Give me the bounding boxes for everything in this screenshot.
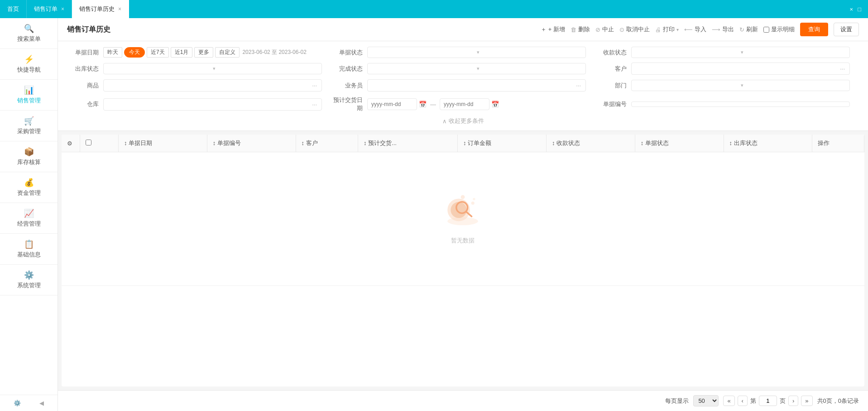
first-page-button[interactable]: « [723, 396, 734, 406]
delivery-date-from[interactable] [367, 98, 417, 110]
tab-home-label: 首页 [7, 5, 19, 13]
empty-row: 暂无数据 [62, 152, 864, 286]
tab-sales-order[interactable]: 销售订单 × [27, 0, 72, 18]
per-page-select[interactable]: 10 20 50 100 [693, 395, 719, 406]
th-customer: ↕ 客户 [296, 135, 358, 152]
calendar-to-icon[interactable]: 📅 [491, 101, 499, 108]
goods-input[interactable]: ··· [103, 79, 322, 92]
refresh-button[interactable]: ↻ 刷新 [739, 25, 758, 34]
payment-status-label: 收款状态 [595, 48, 631, 57]
export-button[interactable]: ⟶ 导出 [712, 25, 734, 34]
collapse-text: 收起更多条件 [449, 117, 484, 125]
display-detail-checkbox[interactable] [763, 27, 769, 33]
tab-sales-order-history-close[interactable]: × [118, 6, 121, 12]
order-number-input[interactable] [631, 102, 850, 107]
customer-input[interactable]: ··· [631, 63, 850, 75]
warehouse-more-icon[interactable]: ··· [312, 101, 317, 108]
sidebar-item-basic-info[interactable]: 📋 基础信息 [0, 234, 58, 265]
table-checkbox-th[interactable] [80, 135, 118, 152]
completion-status-select[interactable]: ▾ [367, 63, 586, 74]
payment-status-control: ▾ [631, 47, 850, 58]
goods-more-icon[interactable]: ··· [312, 82, 317, 89]
payment-status-arrow: ▾ [741, 49, 845, 55]
new-button[interactable]: ＋ + 新增 [541, 25, 565, 34]
sidebar-item-system[interactable]: ⚙️ 系统管理 [0, 265, 58, 295]
print-button[interactable]: 🖨 打印 ▾ [655, 25, 679, 34]
order-status-select[interactable]: ▾ [367, 47, 586, 58]
import-button[interactable]: ⟵ 导入 [684, 25, 706, 34]
sidebar-item-purchase[interactable]: 🛒 采购管理 [0, 111, 58, 141]
refresh-icon: ↻ [739, 26, 744, 33]
date-btn-7days[interactable]: 近7天 [147, 47, 169, 58]
date-btn-yesterday[interactable]: 昨天 [103, 47, 122, 58]
sidebar-item-operations[interactable]: 📈 经营管理 [0, 203, 58, 234]
settings-button[interactable]: 设置 [834, 23, 859, 36]
cancel-stop-button[interactable]: ⊙ 取消中止 [619, 25, 650, 34]
stop-button[interactable]: ⊘ 中止 [595, 25, 614, 34]
prev-page-button[interactable]: ‹ [738, 396, 748, 406]
delete-button[interactable]: 🗑 删除 [571, 25, 590, 34]
topbar-close-icon[interactable]: × [850, 6, 854, 13]
search-button[interactable]: 查询 [800, 23, 828, 36]
last-page-button[interactable]: » [801, 396, 812, 406]
delivery-date-control: 📅 — 📅 [367, 98, 586, 110]
sidebar-item-sales[interactable]: 📊 销售管理 [0, 80, 58, 111]
next-page-button[interactable]: › [788, 396, 798, 406]
new-icon: ＋ [541, 25, 547, 34]
sidebar-item-finance[interactable]: 💰 资金管理 [0, 172, 58, 203]
finance-icon: 💰 [24, 178, 34, 188]
svg-point-7 [473, 198, 475, 200]
pagination: « ‹ 第 页 › » [723, 396, 812, 406]
page-input[interactable] [759, 396, 777, 406]
warehouse-input[interactable]: ··· [103, 98, 322, 111]
customer-more-icon[interactable]: ··· [840, 65, 845, 72]
goods-control: ··· [103, 79, 322, 92]
per-page-label: 每页显示 [665, 397, 689, 405]
tab-sales-order-close[interactable]: × [61, 6, 64, 12]
main-layout: 🔍 搜索菜单 ⚡ 快捷导航 📊 销售管理 🛒 采购管理 📦 库存核算 💰 资金管… [0, 18, 868, 411]
date-btn-today[interactable]: 今天 [124, 47, 145, 58]
customer-label: 客户 [595, 65, 631, 73]
order-status-control: ▾ [367, 47, 586, 58]
th-delivery-date: ↕ 预计交货... [358, 135, 457, 152]
calendar-from-icon[interactable]: 📅 [419, 101, 427, 108]
payment-status-select[interactable]: ▾ [631, 47, 850, 58]
sidebar-bottom: ⚙️ ◀ [0, 395, 58, 411]
th-order-no: ↕ 单据编号 [207, 135, 296, 152]
sidebar-item-search-label: 搜索菜单 [17, 35, 41, 43]
sidebar-item-quicknav-label: 快捷导航 [17, 66, 41, 74]
th-date: ↕ 单据日期 [118, 135, 207, 152]
page-title: 销售订单历史 [67, 25, 541, 34]
footer: 每页显示 10 20 50 100 « ‹ 第 页 › » 共0页，0条记录 [58, 390, 868, 411]
delete-icon: 🗑 [571, 26, 576, 33]
date-btn-custom[interactable]: 自定义 [215, 47, 240, 58]
tab-home[interactable]: 首页 [0, 0, 27, 18]
sidebar-collapse-icon[interactable]: ◀ [39, 400, 44, 406]
sidebar-item-basic-info-label: 基础信息 [17, 251, 41, 259]
date-btn-1month[interactable]: 近1月 [171, 47, 193, 58]
filter-row-4: 仓库 ··· 预计交货日期 📅 — 📅 单据编号 [67, 96, 859, 112]
delivery-status-select[interactable]: ▾ [103, 63, 322, 74]
tab-sales-order-history[interactable]: 销售订单历史 × [72, 0, 129, 18]
sidebar-item-search[interactable]: 🔍 搜索菜单 [0, 18, 58, 49]
select-all-checkbox[interactable] [86, 140, 91, 145]
delivery-date-to[interactable] [440, 98, 489, 110]
salesperson-more-icon[interactable]: ··· [576, 82, 581, 89]
sidebar-item-inventory[interactable]: 📦 库存核算 [0, 141, 58, 172]
sidebar-item-sales-label: 销售管理 [17, 97, 41, 105]
collapse-link[interactable]: ∧ 收起更多条件 [67, 117, 859, 125]
department-select[interactable]: ▾ [631, 80, 850, 91]
th-delivery-status: ↕ 出库状态 [724, 135, 812, 152]
topbar-restore-icon[interactable]: □ [858, 6, 861, 13]
salesperson-input[interactable]: ··· [367, 79, 586, 92]
warehouse-control: ··· [103, 98, 322, 111]
data-table: ⚙ ↕ 单据日期 ↕ 单据编号 ↕ 客户 [62, 135, 864, 286]
date-btn-more[interactable]: 更多 [194, 47, 213, 58]
table-container: ⚙ ↕ 单据日期 ↕ 单据编号 ↕ 客户 [62, 135, 864, 387]
delivery-status-label: 出库状态 [67, 65, 103, 73]
warehouse-label: 仓库 [67, 100, 103, 108]
sidebar-item-quicknav[interactable]: ⚡ 快捷导航 [0, 49, 58, 80]
sidebar-item-finance-label: 资金管理 [17, 189, 41, 197]
sidebar-settings-icon[interactable]: ⚙️ [14, 400, 21, 406]
table-settings-th[interactable]: ⚙ [62, 135, 80, 152]
